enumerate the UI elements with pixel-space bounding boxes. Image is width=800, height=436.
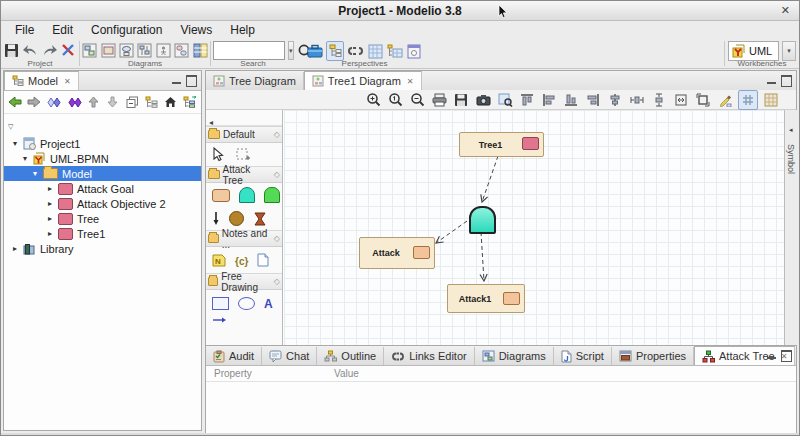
hourglass-tool-icon[interactable] (253, 212, 267, 226)
close-tab-icon[interactable]: ✕ (407, 77, 414, 86)
same-size-icon[interactable] (672, 91, 690, 109)
minimize-panel-button[interactable] (767, 75, 776, 84)
navigate-back-icon[interactable] (8, 93, 22, 111)
pin-icon[interactable]: ◇ (274, 277, 280, 286)
pin-icon[interactable]: ◇ (274, 170, 280, 179)
tools-button[interactable] (61, 41, 77, 59)
property-table-body[interactable] (206, 382, 796, 434)
editor-tab-tree1-diagram[interactable]: Tree1 Diagram ✕ (304, 71, 422, 90)
line-tool-icon[interactable] (212, 316, 228, 324)
bpmn-diagram-button[interactable] (193, 41, 208, 59)
column-property[interactable]: Property (206, 368, 334, 379)
pin-icon[interactable]: ◇ (274, 130, 280, 139)
grid-toggle-icon[interactable] (738, 90, 758, 110)
tree-row-model[interactable]: ▾ Model (4, 166, 201, 181)
redo-button[interactable] (42, 41, 58, 59)
maximize-panel-button[interactable] (781, 75, 792, 87)
zoom-selection-icon[interactable] (496, 91, 514, 109)
align-left-icon[interactable] (540, 91, 558, 109)
menu-configuration[interactable]: Configuration (83, 22, 170, 38)
tree-row-uml-bpmn[interactable]: ▾ UML-BPMN (4, 151, 201, 166)
tree-row-project1[interactable]: ▾ Project1 (4, 136, 201, 151)
diagram-and-gate[interactable] (469, 206, 496, 234)
view-menu-icon[interactable]: ▽ (8, 123, 13, 130)
tree-row-tree1[interactable]: ▸ Tree1 (4, 226, 201, 241)
align-right-icon[interactable] (584, 91, 602, 109)
operator-tool-icon[interactable] (229, 211, 244, 226)
save-project-button[interactable] (3, 41, 19, 59)
close-tab-icon[interactable]: ✕ (64, 77, 71, 86)
maximize-panel-button[interactable] (781, 350, 792, 362)
tab-chat[interactable]: Chat (262, 347, 317, 365)
tree-row-tree[interactable]: ▸ Tree (4, 211, 201, 226)
diagram-canvas[interactable]: Tree1 Attack Attack1 (284, 110, 784, 346)
tab-script[interactable]: Script (554, 347, 612, 365)
sequence-diagram-button[interactable] (137, 41, 152, 59)
note-tool-icon[interactable]: N (212, 254, 226, 267)
constraint-tool-icon[interactable]: {c} (235, 251, 248, 269)
tab-audit[interactable]: Audit (206, 347, 262, 365)
align-top-icon[interactable] (518, 91, 536, 109)
search-dropdown-button[interactable]: ▾ (288, 41, 294, 60)
symbol-side-tab[interactable]: ◂ Symbol (784, 110, 798, 346)
zoom-in-icon[interactable] (364, 91, 382, 109)
palette-section-attack-tree[interactable]: Attack Tree ◇ (206, 166, 282, 183)
zoom-100-icon[interactable] (386, 91, 404, 109)
move-up-icon[interactable] (87, 93, 101, 111)
model-panel-tab[interactable]: Model ✕ (4, 71, 79, 90)
text-tool-icon[interactable]: A (264, 294, 273, 312)
palette-section-default[interactable]: Default ◇ (206, 126, 282, 143)
activity-diagram-button[interactable] (156, 41, 171, 59)
menu-file[interactable]: File (7, 22, 42, 38)
marquee-tool-icon[interactable] (235, 147, 250, 162)
expand-symbol-icon[interactable]: ◂ (789, 126, 793, 134)
auto-fit-icon[interactable] (694, 91, 712, 109)
link-with-editor-icon[interactable] (144, 93, 158, 111)
tree-row-attack-objective-2[interactable]: ▸ Attack Objective 2 (4, 196, 201, 211)
usecase-diagram-button[interactable] (119, 41, 134, 59)
menu-views[interactable]: Views (172, 22, 220, 38)
workbench-selector[interactable]: UML (728, 41, 779, 61)
tree-row-attack-goal[interactable]: ▸ Attack Goal (4, 181, 201, 196)
table-perspective-icon[interactable] (367, 42, 383, 60)
align-bottom-icon[interactable] (562, 91, 580, 109)
model-perspective-icon[interactable] (326, 41, 344, 61)
attack-node-tool-icon[interactable] (212, 189, 230, 202)
move-down-icon[interactable] (106, 93, 120, 111)
undo-button[interactable] (22, 41, 38, 59)
column-value[interactable]: Value (334, 368, 359, 379)
style-pencil-icon[interactable] (716, 91, 734, 109)
print-icon[interactable] (430, 91, 448, 109)
diagram-node-tree1[interactable]: Tree1 (459, 132, 544, 157)
page-layout-icon[interactable] (762, 91, 780, 109)
menu-edit[interactable]: Edit (44, 22, 81, 38)
tab-diagrams[interactable]: Diagrams (475, 347, 554, 365)
pin-icon[interactable]: ◇ (274, 234, 280, 243)
window-close-button[interactable]: ✕ (781, 4, 790, 17)
collapse-palette-icon[interactable]: ◂ (209, 118, 213, 127)
tab-links-editor[interactable]: Links Editor (384, 347, 474, 365)
rectangle-tool-icon[interactable] (212, 297, 229, 310)
align-center-icon[interactable] (606, 91, 624, 109)
document-tool-icon[interactable] (257, 253, 269, 267)
palette-section-notes[interactable]: Notes and ... ◇ (206, 230, 282, 247)
ellipse-tool-icon[interactable] (238, 297, 255, 310)
title-bar[interactable]: Project1 - Modelio 3.8 ✕ (1, 1, 799, 21)
class-diagram-button[interactable] (82, 41, 97, 59)
minimize-panel-button[interactable] (172, 75, 181, 84)
tab-outline[interactable]: Outline (317, 347, 384, 365)
and-gate-tool-icon[interactable] (239, 187, 255, 203)
palette-section-free-drawing[interactable]: Free Drawing ◇ (206, 273, 282, 290)
minimize-panel-button[interactable] (767, 350, 776, 359)
briefcase-perspective-icon[interactable] (307, 42, 323, 60)
settings-perspective-icon[interactable] (406, 42, 422, 60)
maximize-panel-button[interactable] (186, 75, 197, 87)
previous-selection-icon[interactable] (47, 93, 62, 111)
connector-tool-icon[interactable] (212, 211, 220, 226)
zoom-out-icon[interactable] (408, 91, 426, 109)
distribute-horizontal-icon[interactable] (628, 91, 646, 109)
home-icon[interactable] (164, 93, 178, 111)
save-image-icon[interactable] (452, 91, 470, 109)
camera-icon[interactable] (474, 91, 492, 109)
workbench-dropdown-button[interactable]: ▾ (782, 41, 796, 61)
